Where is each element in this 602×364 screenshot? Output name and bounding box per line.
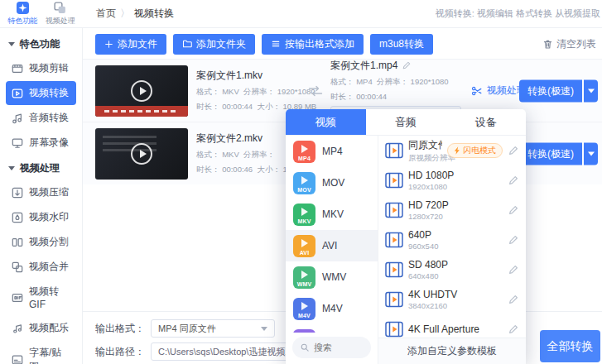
preset-hd-1080p[interactable]: HD 1080P 1920x1080 bbox=[378, 165, 526, 195]
format-option-mkv[interactable]: MKV MKV bbox=[286, 199, 378, 230]
sidebar-item-video-to-gif[interactable]: 视频转GIF bbox=[6, 280, 76, 315]
preset-4k-uhdtv[interactable]: 4K UHDTV 3840x2160 bbox=[378, 285, 526, 314]
meta-value: MP4 bbox=[356, 77, 373, 86]
add-by-format-button[interactable]: 按输出格式添加 bbox=[262, 34, 364, 55]
sidebar-item-video-compress[interactable]: 视频压缩 bbox=[6, 180, 76, 204]
tab-device[interactable]: 设备 bbox=[445, 109, 526, 135]
convert-options-caret[interactable] bbox=[584, 79, 598, 102]
sidebar-item-video-merge[interactable]: 视频合并 bbox=[6, 255, 76, 279]
meta-value: MKV bbox=[222, 150, 239, 159]
edit-template-icon[interactable] bbox=[508, 323, 519, 335]
sidebar-section-special-features[interactable]: 特色功能 bbox=[0, 31, 82, 55]
preset-column: 同原文件 原视频分辨率 闪电模式 HD 1080P 1920x1080 bbox=[378, 136, 526, 364]
format-icon-label: MOV bbox=[297, 187, 311, 194]
format-icon-label: WMV bbox=[297, 281, 312, 289]
play-icon[interactable] bbox=[131, 143, 152, 165]
flash-mode-badge[interactable]: 闪电模式 bbox=[447, 143, 503, 158]
add-file-button[interactable]: 添加文件 bbox=[95, 34, 166, 55]
format-option-mov[interactable]: MOV MOV bbox=[286, 167, 378, 199]
video-template-icon bbox=[385, 231, 403, 249]
sidebar-section-video-process[interactable]: 视频处理 bbox=[0, 156, 82, 180]
format-search-input[interactable] bbox=[314, 342, 362, 352]
meta-label: 分辨率： bbox=[243, 150, 275, 159]
video-template-icon bbox=[385, 261, 403, 279]
format-search[interactable] bbox=[292, 337, 371, 358]
meta-label: 格式： bbox=[196, 87, 220, 96]
app-tab-video-process[interactable]: 视频处理 bbox=[46, 2, 75, 26]
convert-button-label[interactable]: 转换(极速) bbox=[519, 142, 582, 165]
source-meta-format: 格式： MKV 分辨率： 1920*1080 bbox=[196, 87, 306, 98]
video-thumbnail[interactable] bbox=[95, 65, 188, 117]
convert-all-button[interactable]: 全部转换 bbox=[540, 330, 600, 362]
rename-icon[interactable] bbox=[402, 60, 412, 70]
format-option-wmv[interactable]: WMV WMV bbox=[286, 261, 378, 293]
meta-label: 格式： bbox=[330, 77, 354, 86]
sidebar-item-audio-convert[interactable]: 音频转换 bbox=[6, 106, 76, 130]
sidebar-item-video-music[interactable]: 视频配乐 bbox=[6, 316, 76, 340]
swap-arrows-icon bbox=[307, 85, 324, 97]
preset-sd-480p[interactable]: SD 480P 640x480 bbox=[378, 255, 526, 285]
mp4-file-icon: MP4 bbox=[293, 141, 315, 163]
preset-subtitle: 960x540 bbox=[408, 242, 503, 251]
convert-button-label[interactable]: 转换(极速) bbox=[519, 79, 582, 102]
sidebar-item-video-split[interactable]: 视频分割 bbox=[6, 230, 76, 254]
output-format-value: MP4 同原文件 bbox=[158, 323, 256, 335]
app-tab-label: 视频处理 bbox=[46, 16, 75, 26]
sidebar-item-video-watermark[interactable]: 视频水印 bbox=[6, 205, 76, 229]
sidebar: 特色功能 视频剪辑 视频转换 音频转换 屏幕录像 视频处理 视频压缩 视频水印 … bbox=[0, 28, 83, 364]
output-format-select[interactable]: MP4 同原文件 bbox=[151, 319, 275, 338]
chevron-down-icon bbox=[588, 89, 595, 93]
preset-original[interactable]: 同原文件 原视频分辨率 闪电模式 bbox=[378, 136, 526, 165]
video-process-link[interactable]: 视频处理 bbox=[471, 84, 527, 98]
video-merge-icon bbox=[12, 261, 23, 273]
video-thumbnail[interactable] bbox=[95, 128, 188, 180]
collapse-caret-icon bbox=[8, 166, 15, 170]
edit-template-icon[interactable] bbox=[508, 145, 519, 156]
add-custom-template-button[interactable]: 添加自定义参数模板 bbox=[378, 338, 526, 364]
video-compress-icon bbox=[12, 187, 23, 199]
sidebar-item-label: 视频压缩 bbox=[29, 185, 69, 199]
sidebar-item-screen-record[interactable]: 屏幕录像 bbox=[6, 131, 76, 155]
edit-template-icon[interactable] bbox=[508, 175, 519, 186]
m3u8-convert-label: m3u8转换 bbox=[379, 37, 424, 51]
clear-list-button[interactable]: 清空列表 bbox=[542, 37, 599, 51]
sidebar-item-label: 视频配乐 bbox=[29, 321, 69, 335]
avi-file-icon: AVI bbox=[293, 235, 315, 257]
audio-convert-icon bbox=[12, 113, 23, 124]
convert-options-caret[interactable] bbox=[584, 142, 598, 165]
sidebar-item-subtitle-sticker[interactable]: 字幕/贴图 bbox=[6, 341, 76, 364]
special-features-icon bbox=[17, 2, 29, 14]
convert-button[interactable]: 转换(极速) bbox=[519, 142, 598, 165]
preset-subtitle: 1280x720 bbox=[408, 212, 503, 221]
sidebar-item-label: 视频水印 bbox=[29, 210, 69, 224]
tab-audio[interactable]: 音频 bbox=[366, 109, 446, 135]
header-tip-text: 视频转换: 视频编辑 格式转换 从视频提取 bbox=[436, 7, 602, 20]
sidebar-item-label: 音频转换 bbox=[29, 111, 69, 125]
add-folder-button[interactable]: 添加文件夹 bbox=[173, 34, 255, 55]
preset-4k-full-aperture[interactable]: 4K Full Aperture bbox=[378, 314, 526, 338]
tab-video[interactable]: 视频 bbox=[286, 109, 366, 135]
format-option-avi[interactable]: AVI AVI bbox=[286, 230, 378, 261]
format-option-label: MOV bbox=[322, 177, 344, 189]
edit-template-icon[interactable] bbox=[508, 264, 519, 275]
format-option-m4v[interactable]: M4V M4V bbox=[286, 293, 378, 324]
preset-hd-720p[interactable]: HD 720P 1280x720 bbox=[378, 195, 526, 225]
m3u8-convert-button[interactable]: m3u8转换 bbox=[370, 34, 433, 55]
video-convert-icon bbox=[12, 88, 23, 99]
edit-template-icon[interactable] bbox=[508, 294, 519, 305]
edit-template-icon[interactable] bbox=[508, 234, 519, 246]
format-option-mpg[interactable]: MPG MPG bbox=[286, 324, 378, 333]
format-option-mp4[interactable]: MP4 MP4 bbox=[286, 136, 378, 167]
preset-640p[interactable]: 640P 960x540 bbox=[378, 225, 526, 255]
app-tab-special-features[interactable]: 特色功能 bbox=[7, 2, 37, 26]
convert-button[interactable]: 转换(极速) bbox=[519, 79, 598, 102]
sidebar-item-video-convert[interactable]: 视频转换 bbox=[6, 81, 76, 105]
app-tab-label: 特色功能 bbox=[7, 16, 37, 26]
sidebar-item-label: 视频转GIF bbox=[29, 285, 70, 310]
preset-subtitle: 3840x2160 bbox=[408, 301, 503, 310]
sidebar-item-video-edit[interactable]: 视频剪辑 bbox=[6, 56, 76, 80]
output-meta-format: 格式： MP4 分辨率： 1920*1080 bbox=[330, 77, 461, 88]
edit-template-icon[interactable] bbox=[508, 204, 519, 216]
play-icon[interactable] bbox=[131, 80, 152, 102]
breadcrumb-home[interactable]: 首页 bbox=[96, 7, 116, 21]
